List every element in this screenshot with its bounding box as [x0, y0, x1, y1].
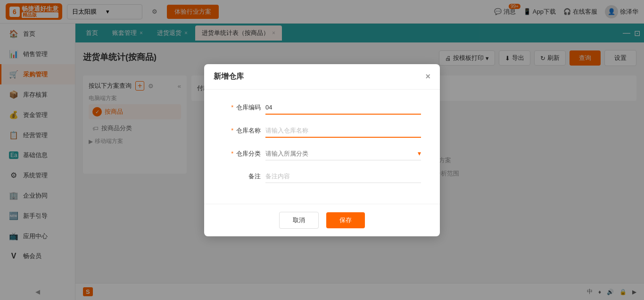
warehouse-name-row: * 仓库名称 — [223, 124, 421, 138]
warehouse-category-row: * 仓库分类 ▾ — [223, 147, 421, 160]
category-dropdown-arrow[interactable]: ▾ — [418, 150, 421, 157]
dialog-header: 新增仓库 × — [204, 64, 440, 90]
required-mark-2: * — [231, 127, 233, 134]
dialog-title: 新增仓库 — [214, 72, 244, 82]
warehouse-code-input[interactable] — [265, 101, 421, 115]
dialog-close-button[interactable]: × — [425, 72, 430, 82]
modal-overlay[interactable]: 新增仓库 × * 仓库编码 * 仓库名称 — [0, 0, 644, 300]
note-row: 备注 — [223, 170, 421, 183]
dialog-footer: 取消 保存 — [204, 204, 440, 236]
warehouse-category-input[interactable] — [265, 147, 418, 160]
warehouse-code-row: * 仓库编码 — [223, 101, 421, 115]
warehouse-name-label: * 仓库名称 — [223, 126, 261, 135]
warehouse-category-select-wrap[interactable]: ▾ — [265, 147, 421, 160]
note-input[interactable] — [265, 170, 421, 183]
note-label: 备注 — [223, 172, 261, 181]
save-button[interactable]: 保存 — [326, 212, 365, 228]
warehouse-name-input[interactable] — [265, 124, 421, 138]
required-mark-3: * — [231, 150, 233, 157]
required-mark: * — [231, 104, 233, 111]
warehouse-category-label: * 仓库分类 — [223, 150, 261, 158]
new-warehouse-dialog: 新增仓库 × * 仓库编码 * 仓库名称 — [204, 64, 440, 236]
warehouse-code-label: * 仓库编码 — [223, 103, 261, 112]
dialog-body: * 仓库编码 * 仓库名称 * 仓库分类 — [204, 90, 440, 204]
cancel-button[interactable]: 取消 — [279, 212, 319, 229]
